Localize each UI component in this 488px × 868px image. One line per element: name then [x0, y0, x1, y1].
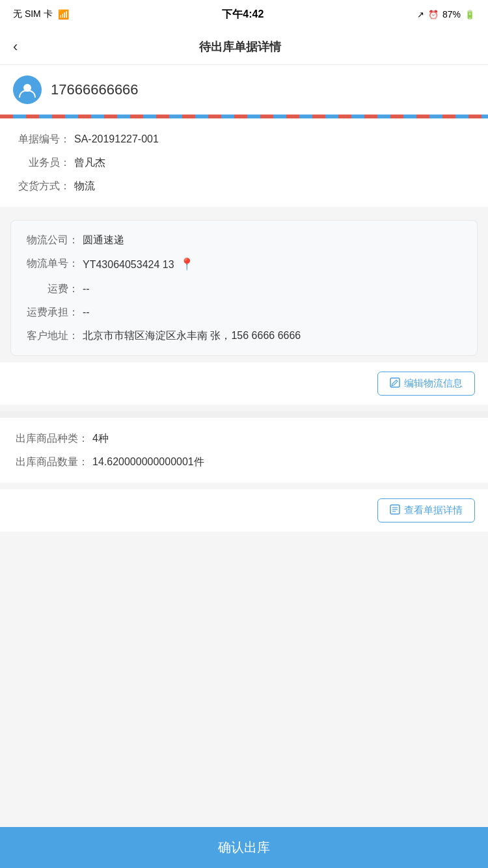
edit-logistics-button[interactable]: 编辑物流信息: [377, 372, 475, 396]
salesman-value: 曾凡杰: [74, 155, 472, 170]
address-label: 客户地址：: [24, 328, 83, 344]
order-no-label: 单据编号：: [16, 131, 74, 147]
salesman-row: 业务员： 曾凡杰: [16, 155, 472, 170]
detail-button-row: 查看单据详情: [0, 489, 488, 532]
delivery-value: 物流: [74, 178, 472, 194]
wifi-icon: 📶: [58, 9, 69, 20]
delivery-label: 交货方式：: [16, 178, 74, 194]
back-button[interactable]: ‹: [13, 38, 18, 55]
location-icon[interactable]: 📍: [180, 256, 194, 273]
tracking-label: 物流单号：: [24, 256, 83, 271]
freight-bear-row: 运费承担： --: [24, 305, 464, 320]
nav-bar: ‹ 待出库单据详情: [0, 29, 488, 65]
tracking-row: 物流单号： YT43064053424 13 📍: [24, 256, 464, 273]
user-phone: 17666666666: [51, 81, 139, 98]
direction-icon: ↗: [417, 10, 424, 20]
freight-label: 运费：: [24, 281, 83, 297]
view-detail-button[interactable]: 查看单据详情: [377, 498, 475, 522]
logistics-company-label: 物流公司：: [24, 232, 83, 248]
tracking-number: YT43064053424 13: [83, 257, 174, 273]
salesman-label: 业务员：: [16, 155, 74, 170]
edit-icon: [390, 377, 400, 390]
empty-space: [0, 538, 488, 822]
logistics-card: 物流公司： 圆通速递 物流单号： YT43064053424 13 📍 运费： …: [10, 220, 478, 356]
alarm-icon: ⏰: [428, 10, 439, 20]
bottom-bar: 确认出库: [0, 827, 488, 868]
confirm-button[interactable]: 确认出库: [13, 839, 475, 856]
goods-quantity-value: 14.620000000000001件: [92, 454, 472, 470]
battery-text: 87%: [442, 9, 461, 20]
address-row: 客户地址： 北京市市辖区海淀区永丰南 张，156 6666 6666: [24, 328, 464, 344]
status-right: ↗ ⏰ 87% 🔋: [417, 9, 475, 20]
goods-types-label: 出库商品种类：: [16, 431, 92, 446]
goods-quantity-label: 出库商品数量：: [16, 454, 92, 470]
status-time: 下午4:42: [222, 8, 264, 21]
page-wrapper: 无 SIM 卡 📶 下午4:42 ↗ ⏰ 87% 🔋 ‹ 待出库单据详情 176…: [0, 0, 488, 868]
order-no-value: SA-20191227-001: [74, 131, 472, 147]
no-sim-text: 无 SIM 卡: [13, 8, 53, 20]
tracking-value: YT43064053424 13 📍: [83, 256, 464, 273]
user-header: 17666666666: [0, 65, 488, 115]
status-left: 无 SIM 卡 📶: [13, 8, 69, 20]
order-info-section: 单据编号： SA-20191227-001 业务员： 曾凡杰 交货方式： 物流: [0, 118, 488, 207]
freight-value: --: [83, 281, 464, 297]
address-value: 北京市市辖区海淀区永丰南 张，156 6666 6666: [83, 328, 464, 344]
freight-bear-label: 运费承担：: [24, 305, 83, 320]
logistics-company-row: 物流公司： 圆通速递: [24, 232, 464, 248]
section-divider: [0, 411, 488, 418]
freight-row: 运费： --: [24, 281, 464, 297]
detail-icon: [390, 504, 400, 517]
goods-quantity-row: 出库商品数量： 14.620000000000001件: [16, 454, 472, 470]
logistics-company-value: 圆通速递: [83, 232, 464, 248]
goods-types-row: 出库商品种类： 4种: [16, 431, 472, 446]
status-bar: 无 SIM 卡 📶 下午4:42 ↗ ⏰ 87% 🔋: [0, 0, 488, 29]
order-no-row: 单据编号： SA-20191227-001: [16, 131, 472, 147]
page-title: 待出库单据详情: [31, 39, 449, 55]
battery-icon: 🔋: [465, 10, 475, 20]
goods-section: 出库商品种类： 4种 出库商品数量： 14.620000000000001件: [0, 418, 488, 483]
freight-bear-value: --: [83, 305, 464, 320]
edit-logistics-label: 编辑物流信息: [404, 377, 463, 390]
edit-button-row: 编辑物流信息: [0, 362, 488, 405]
view-detail-label: 查看单据详情: [404, 504, 463, 517]
user-avatar: [13, 75, 42, 104]
delivery-row: 交货方式： 物流: [16, 178, 472, 194]
goods-types-value: 4种: [92, 431, 472, 446]
